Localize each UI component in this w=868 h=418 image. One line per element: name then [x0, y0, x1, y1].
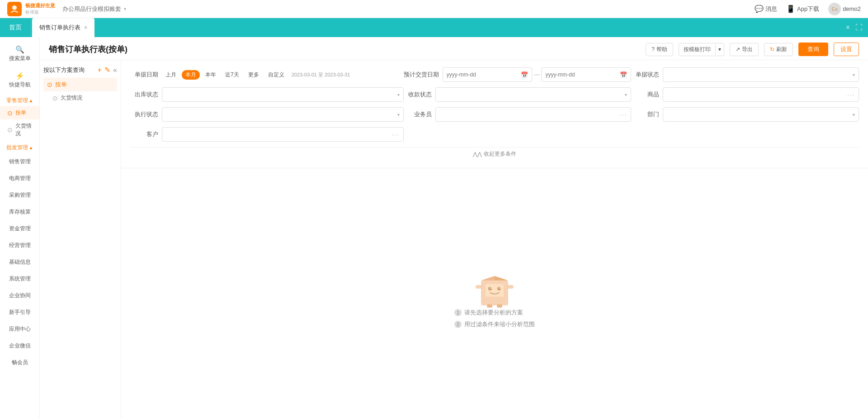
sidebar-item-sales[interactable]: 电商管理 — [0, 170, 39, 187]
tab-active[interactable]: 销售订单执行表 × — [32, 18, 94, 37]
nav-title[interactable]: 办公用品行业模拟账套 ▾ — [55, 5, 755, 13]
svg-point-4 — [497, 287, 501, 290]
setting-button[interactable]: 设置 — [834, 43, 859, 56]
filter-group-exec-status: 执行状态 ▾ — [130, 107, 404, 122]
dtab-more[interactable]: 更多 — [245, 70, 263, 80]
dept-select[interactable]: ▾ — [663, 107, 859, 122]
filter-group-payment-status: 收款状态 ▾ — [404, 87, 632, 102]
expected-date-start-input[interactable] — [447, 71, 519, 78]
wholesale-label: 批发管理 — [6, 144, 28, 152]
date-filter-tabs: 上月 本月 本年 近7天 更多 自定义 — [162, 70, 288, 80]
sidebar-item-search[interactable]: 🔍 搜索菜单 — [0, 41, 39, 67]
sidebar-item-inventory[interactable]: 资金管理 — [0, 220, 39, 237]
scheme-panel-title: 按以下方案查询 + ✎ « — [43, 66, 117, 74]
expected-date-end-input[interactable] — [545, 71, 618, 78]
dtab-thisyear[interactable]: 本年 — [202, 70, 220, 80]
message-button[interactable]: 💬 消息 — [755, 5, 777, 13]
sidebar-item-member[interactable] — [0, 371, 39, 380]
filter-group-customer: 客户 ··· — [130, 127, 404, 142]
sidebar-sub-item-debt[interactable]: ⊙ 欠货情况 — [0, 119, 39, 140]
print-button[interactable]: 按模板打印 ▾ — [679, 43, 724, 56]
svg-point-6 — [499, 287, 500, 289]
sidebar-item-wechat[interactable]: 畅会员 — [0, 354, 39, 371]
download-icon: 📱 — [786, 5, 795, 13]
sidebar-item-quicknav[interactable]: ⚡ 快捷导航 — [0, 67, 39, 93]
out-status-select[interactable]: ▾ — [162, 87, 404, 102]
expected-date-end[interactable]: 📅 — [541, 67, 631, 82]
status-select[interactable]: ▾ — [663, 67, 859, 82]
scheme-collapse-icon[interactable]: « — [113, 66, 117, 74]
dtab-thismonth[interactable]: 本月 — [182, 70, 200, 80]
sidebar-item-apps[interactable]: 企业微信 — [0, 337, 39, 354]
page-actions: ? 帮助 按模板打印 ▾ ↗ 导出 ↻ 刷新 查询 设置 — [646, 43, 859, 56]
tab-label: 销售订单执行表 — [39, 24, 80, 32]
sidebar-item-basic[interactable]: 系统管理 — [0, 271, 39, 287]
empty-tips: 1 请先选择要分析的方案 2 用过滤条件来缩小分析范围 — [454, 309, 535, 328]
scheme-order-icon: ⊙ — [47, 81, 52, 88]
svg-point-0 — [12, 5, 17, 10]
help-button[interactable]: ? 帮助 — [646, 43, 673, 56]
svg-rect-8 — [507, 285, 514, 289]
sidebar-item-ecommerce[interactable]: 采购管理 — [0, 187, 39, 204]
export-icon: ↗ — [736, 46, 740, 52]
sidebar-item-purchase[interactable]: 库存核算 — [0, 204, 39, 220]
sidebar-item-wholesale[interactable]: 批发管理 ▲ — [0, 140, 39, 153]
filter-row-1: 单据日期 上月 本月 本年 近7天 更多 自定义 20 — [130, 67, 859, 82]
app-download-button[interactable]: 📱 App下载 — [786, 5, 819, 13]
retail-arrow-icon: ▲ — [29, 98, 33, 103]
calendar-icon-start: 📅 — [521, 71, 528, 78]
sidebar-item-finance[interactable]: 经营管理 — [0, 237, 39, 254]
filter-group-date: 单据日期 上月 本月 本年 近7天 更多 自定义 20 — [130, 70, 404, 80]
sidebar-sub-item-order[interactable]: ⊙ 按单 — [0, 106, 39, 119]
dtab-custom[interactable]: 自定义 — [264, 70, 288, 80]
scheme-add-icon[interactable]: + — [98, 66, 102, 74]
query-button[interactable]: 查询 — [798, 43, 828, 56]
goods-select[interactable]: ··· — [663, 87, 859, 102]
filter-group-expected-date: 预计交货日期 📅 — 📅 — [404, 67, 632, 82]
filter-group-goods: 商品 ··· — [631, 87, 859, 102]
window-close-icon[interactable]: × — [846, 24, 850, 32]
salesperson-select[interactable]: ··· — [435, 107, 632, 122]
date-separator: — — [534, 71, 539, 78]
scheme-item-order[interactable]: ⊙ 按单 — [43, 78, 117, 91]
empty-tip-2: 2 用过滤条件来缩小分析范围 — [454, 320, 535, 328]
empty-state: 1 请先选择要分析的方案 2 用过滤条件来缩小分析范围 — [121, 168, 868, 418]
customer-select[interactable]: ··· — [162, 127, 404, 142]
scheme-debt-icon: ⊙ — [52, 95, 58, 102]
filter-row-3: 执行状态 ▾ 业务员 ··· — [130, 107, 859, 122]
filter-group-out-status: 出库状态 ▾ — [130, 87, 404, 102]
tab-home[interactable]: 首页 — [0, 18, 31, 37]
sidebar-item-retail[interactable]: 零售管理 ▲ — [0, 93, 39, 106]
svg-point-3 — [488, 287, 492, 290]
exec-status-select[interactable]: ▾ — [162, 107, 404, 122]
dtab-lastmonth[interactable]: 上月 — [162, 70, 180, 80]
collapse-button[interactable]: ⋀⋀ 收起更多条件 — [130, 147, 859, 161]
sidebar-item-marketing[interactable]: 销售管理 — [0, 153, 39, 170]
payment-status-select[interactable]: ▾ — [435, 87, 632, 102]
sidebar-item-system[interactable]: 企业协同 — [0, 287, 39, 304]
sidebar: 🔍 搜索菜单 ⚡ 快捷导航 零售管理 ▲ ⊙ 按单 ⊙ 欠货情况 批发管理 ▲ … — [0, 37, 40, 418]
sidebar-item-guide[interactable]: 应用中心 — [0, 321, 39, 337]
window-expand-icon[interactable]: ⛶ — [855, 24, 863, 32]
customer-dots-icon: ··· — [392, 131, 400, 138]
expected-date-start[interactable]: 📅 — [443, 67, 533, 82]
sidebar-item-enterprise[interactable]: 新手引导 — [0, 304, 39, 321]
scheme-edit-icon[interactable]: ✎ — [104, 66, 110, 74]
nav-dropdown-icon[interactable]: ▾ — [124, 6, 126, 11]
exec-status-label: 执行状态 — [130, 110, 162, 119]
search-icon: 🔍 — [15, 45, 24, 54]
tab-close-icon[interactable]: × — [84, 24, 87, 31]
scheme-item-debt[interactable]: ⊙ 欠货情况 — [43, 91, 117, 104]
out-status-label: 出库状态 — [130, 90, 162, 99]
order-icon: ⊙ — [7, 109, 13, 117]
dept-label: 部门 — [631, 110, 663, 119]
logo: 畅捷通好生意 标准版 — [7, 2, 55, 16]
status-caret-icon: ▾ — [853, 72, 855, 77]
logo-icon — [7, 2, 22, 16]
dtab-7days[interactable]: 近7天 — [222, 70, 243, 80]
sidebar-item-operation[interactable]: 基础信息 — [0, 254, 39, 271]
print-dropdown-icon[interactable]: ▾ — [715, 44, 724, 55]
user-profile[interactable]: Ea demo2 — [828, 3, 861, 15]
refresh-button[interactable]: ↻ 刷新 — [764, 43, 793, 56]
export-button[interactable]: ↗ 导出 — [730, 43, 759, 56]
